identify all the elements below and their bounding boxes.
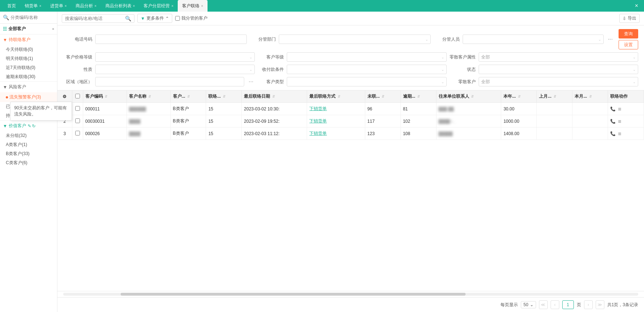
col-settings[interactable]: ⚙ — [57, 90, 72, 103]
more-action-icon[interactable]: ≣ — [618, 119, 621, 124]
sidebar-group-value[interactable]: ▼ 价值客户 ✎ ↻ — [0, 120, 57, 131]
sort-icon[interactable]: ⇵ — [338, 95, 341, 98]
sidebar-search-area: 🔍 — [0, 12, 57, 24]
my-customers-checkbox-label[interactable]: 我分管的客户 — [175, 15, 208, 21]
payment-label: 收付款条件 — [255, 66, 284, 73]
last-method[interactable]: 下销货单 — [307, 103, 365, 115]
last-method[interactable]: 下销货单 — [307, 127, 365, 140]
last-date: 2023-02-03 11:12: — [242, 127, 307, 140]
row-checkbox[interactable] — [75, 118, 80, 123]
customer-grade-select[interactable]: ⌄ — [287, 52, 446, 62]
col-this-year: 本年... ⇵ — [501, 90, 537, 103]
contact-icon[interactable]: 📞 — [610, 131, 616, 136]
query-button[interactable]: 查询 — [619, 29, 638, 39]
row-checkbox-cell[interactable] — [72, 115, 83, 127]
sort-icon[interactable]: ⇵ — [187, 95, 190, 98]
sidebar-item-ungrouped[interactable]: 未分组(32) — [0, 131, 57, 140]
scroll-track[interactable] — [63, 293, 638, 296]
sidebar-item-overdue[interactable]: 逾期未联络(30) — [0, 72, 57, 81]
phone-input[interactable] — [95, 35, 247, 44]
sort-icon[interactable]: ⇵ — [471, 95, 474, 98]
dept-select[interactable]: ⌄ — [279, 35, 430, 44]
more-button[interactable]: ··· — [247, 78, 255, 85]
sidebar-all-customers[interactable]: ☷ 全部客户 « — [0, 24, 57, 35]
customer-type-select[interactable]: ⌄ — [287, 77, 446, 86]
contact-icon[interactable]: 📞 — [610, 119, 616, 124]
arrow-down-icon: ▼ — [3, 85, 7, 90]
close-icon[interactable]: × — [201, 4, 203, 8]
sort-icon[interactable]: ⇵ — [148, 95, 151, 98]
row-checkbox-cell[interactable] — [72, 103, 83, 115]
sort-icon[interactable]: ⇵ — [272, 95, 275, 98]
sort-icon[interactable]: ⇵ — [223, 95, 226, 98]
not-contacted: 96 — [365, 103, 401, 115]
search-button[interactable]: 🔍 — [125, 16, 131, 21]
nav-tab-sales[interactable]: 销货单 × — [20, 0, 46, 12]
sidebar-search-input[interactable] — [11, 15, 65, 20]
sidebar-item-tomorrow[interactable]: 明天待联络(1) — [0, 54, 57, 63]
first-page-button[interactable]: ≪ — [539, 300, 548, 309]
search-input[interactable] — [65, 16, 125, 21]
edit-icon[interactable]: ✎ — [28, 123, 31, 129]
sidebar-item-a-class[interactable]: A类客户(1) — [0, 140, 57, 149]
zero-customer-select[interactable]: 全部 ⌄ — [479, 77, 638, 86]
status-select[interactable]: ⌄ — [479, 65, 638, 74]
page-number-input[interactable] — [562, 300, 574, 309]
chevron-down-icon: ⌄ — [598, 37, 601, 41]
nature-select[interactable]: ⌄ — [95, 65, 255, 74]
price-grade-select[interactable]: ⌄ — [95, 52, 255, 62]
close-icon[interactable]: × — [171, 4, 173, 8]
nav-tab-purchase[interactable]: 进货单 × — [46, 0, 71, 12]
close-icon[interactable]: × — [39, 4, 41, 8]
sidebar-item-c-class[interactable]: C类客户(6) — [0, 158, 57, 167]
region-select[interactable] — [95, 77, 244, 86]
sidebar-item-today[interactable]: 今天待联络(0) — [0, 45, 57, 54]
row-checkbox[interactable] — [75, 106, 80, 111]
customer-name: ████ — [127, 127, 171, 140]
prev-page-button[interactable]: ‹ — [551, 300, 559, 309]
last-method[interactable]: 下销货单 — [307, 115, 365, 127]
sidebar-item-7days[interactable]: 近7天待联络(0) — [0, 63, 57, 72]
more-filter-button[interactable]: ▼ 更多条件 ⌃ — [137, 14, 172, 23]
nav-tab-analysis-list[interactable]: 商品分析列表 × — [101, 0, 140, 12]
row-checkbox-cell[interactable] — [72, 127, 83, 140]
col-check[interactable] — [72, 90, 83, 103]
contact-icon[interactable]: 📞 — [610, 106, 616, 112]
sort-icon[interactable]: ⇵ — [589, 95, 592, 98]
sort-icon[interactable]: ⇵ — [382, 95, 385, 98]
nav-tab-analysis[interactable]: 商品分析 × — [71, 0, 101, 12]
sort-icon[interactable]: ⇵ — [554, 95, 556, 98]
sort-icon[interactable]: ⇵ — [105, 95, 108, 98]
scroll-thumb[interactable] — [121, 293, 466, 296]
select-all-checkbox[interactable] — [75, 94, 80, 98]
sidebar-group-pending[interactable]: ▼ 待联络客户 — [0, 35, 57, 45]
window-close-button[interactable]: × — [632, 3, 641, 9]
row-checkbox[interactable] — [75, 131, 80, 135]
person-select[interactable]: ⌄ — [463, 35, 604, 44]
payment-select[interactable]: ⌄ — [287, 65, 446, 74]
nav-tab-customer-contact[interactable]: 客户联络 × — [178, 0, 208, 12]
nav-tab-customer-layer[interactable]: 客户分层经营 × — [139, 0, 178, 12]
close-icon[interactable]: × — [65, 4, 67, 8]
page-size-select[interactable]: 50 ⌄ — [521, 301, 536, 308]
more-button[interactable]: ··· — [607, 36, 614, 42]
next-page-button[interactable]: › — [584, 300, 593, 309]
zero-attr-select[interactable]: 全部 ⌄ — [479, 52, 638, 62]
my-customers-checkbox[interactable] — [175, 16, 180, 21]
sidebar-item-b-class[interactable]: B类客户(33) — [0, 149, 57, 158]
refresh-icon[interactable]: ↻ — [32, 123, 36, 129]
export-button[interactable]: ⇩ 导出 — [619, 14, 640, 23]
sort-icon[interactable]: ⇵ — [417, 95, 420, 98]
customer-type: B类客户 — [170, 103, 206, 115]
last-page-button[interactable]: ≫ — [596, 300, 604, 309]
sidebar-group-risk[interactable]: ▼ 风险客户 — [0, 81, 57, 92]
more-action-icon[interactable]: ≣ — [618, 106, 621, 112]
settings-button[interactable]: 设置 — [619, 40, 638, 49]
horizontal-scrollbar[interactable] — [57, 291, 644, 297]
close-icon[interactable]: × — [133, 4, 135, 8]
sidebar-item-churn-warning[interactable]: 流失预警客户(3) — [0, 92, 57, 102]
more-action-icon[interactable]: ≣ — [618, 131, 621, 136]
nav-tab-home[interactable]: 首页 — [3, 0, 20, 12]
sort-icon[interactable]: ⇵ — [518, 95, 521, 98]
close-icon[interactable]: × — [94, 4, 97, 8]
